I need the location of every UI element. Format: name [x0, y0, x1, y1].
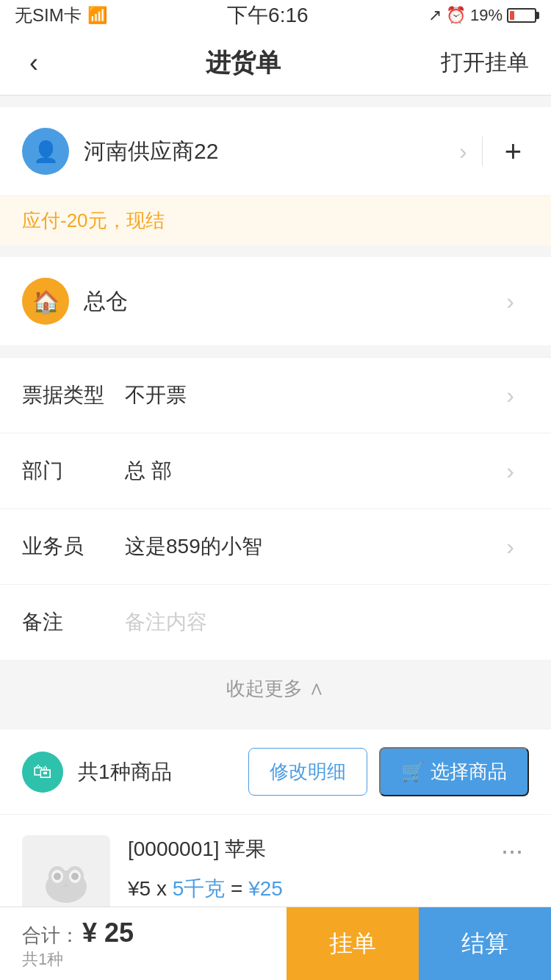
unit-price: ¥5: [128, 877, 151, 900]
collapse-bar[interactable]: 收起更多 ∧: [0, 660, 551, 718]
total-count: 共1种: [22, 948, 264, 970]
select-product-label: 选择商品: [431, 759, 507, 785]
checkout-button[interactable]: 结算: [419, 907, 551, 981]
house-icon: 🏠: [32, 289, 60, 314]
remark-row[interactable]: 备注 备注内容: [0, 584, 551, 660]
salesman-row[interactable]: 业务员 这是859的小智 ›: [0, 508, 551, 584]
cart-icon: 🛒: [401, 760, 425, 783]
status-left: 无SIM卡 📶: [15, 4, 107, 27]
nav-bar: ‹ 进货单 打开挂单: [0, 31, 551, 96]
page-title: 进货单: [206, 46, 281, 80]
product-price: ¥5 x 5千克 = ¥25: [128, 875, 495, 903]
battery-icon: [507, 8, 536, 23]
status-bar: 无SIM卡 📶 下午6:16 ↗ ⏰ 19%: [0, 0, 551, 31]
status-right: ↗ ⏰ 19%: [428, 6, 536, 25]
avatar-icon: 👤: [33, 140, 59, 164]
remark-label: 备注: [22, 608, 110, 636]
bag-icon: 🛍: [33, 760, 52, 783]
vertical-divider: [482, 137, 483, 166]
product-header: 🛍 共1种商品 修改明细 🛒 选择商品: [0, 729, 551, 814]
product-title: 苹果: [225, 837, 266, 860]
total-label: 合计：: [22, 923, 79, 948]
product-icon: 🛍: [22, 752, 63, 793]
product-name: [0000001] 苹果: [128, 835, 495, 863]
warehouse-name: 总仓: [84, 287, 506, 317]
checkout-label: 结算: [461, 928, 508, 960]
invoice-row[interactable]: 票据类型 不开票 ›: [0, 357, 551, 433]
alarm-icon: ⏰: [446, 6, 466, 25]
product-count: 共1种商品: [78, 758, 248, 786]
supplier-avatar: 👤: [22, 128, 69, 175]
department-label: 部门: [22, 457, 110, 485]
carrier-text: 无SIM卡: [15, 4, 82, 27]
location-icon: ↗: [428, 6, 442, 25]
salesman-value: 这是859的小智: [110, 533, 506, 561]
warehouse-row[interactable]: 🏠 总仓 ›: [0, 257, 551, 345]
product-info: [0000001] 苹果 ¥5 x 5千克 = ¥25: [128, 835, 495, 903]
battery-percent: 19%: [470, 6, 503, 25]
form-section: 票据类型 不开票 › 部门 总 部 › 业务员 这是859的小智 › 备注 备注…: [0, 357, 551, 660]
invoice-chevron-icon: ›: [506, 382, 514, 409]
notice-text: 应付-20元，现结: [22, 209, 165, 231]
supplier-row[interactable]: 👤 河南供应商22 › +: [0, 107, 551, 196]
equals-sign: =: [231, 877, 248, 900]
supplier-chevron-icon: ›: [459, 138, 467, 165]
status-time: 下午6:16: [227, 1, 309, 29]
open-hang-button[interactable]: 打开挂单: [441, 48, 529, 78]
modify-detail-button[interactable]: 修改明细: [248, 748, 367, 796]
total-section: 合计： ¥ 25 共1种: [0, 918, 287, 970]
collapse-label: 收起更多 ∧: [226, 677, 324, 699]
svg-point-6: [71, 873, 79, 880]
product-more-button[interactable]: ···: [495, 835, 529, 866]
owl-logo: [37, 850, 96, 909]
select-product-button[interactable]: 🛒 选择商品: [379, 747, 529, 796]
supplier-section: 👤 河南供应商22 › + 应付-20元，现结: [0, 107, 551, 245]
subtotal: ¥25: [248, 877, 283, 900]
department-chevron-icon: ›: [506, 458, 514, 485]
total-amount: ¥ 25: [82, 918, 134, 948]
invoice-value: 不开票: [110, 381, 506, 409]
warehouse-chevron-icon: ›: [506, 288, 514, 315]
salesman-chevron-icon: ›: [506, 533, 514, 561]
hang-label: 挂单: [329, 928, 376, 960]
svg-point-5: [54, 873, 61, 880]
department-value: 总 部: [110, 457, 506, 485]
notice-bar: 应付-20元，现结: [0, 196, 551, 245]
salesman-label: 业务员: [22, 533, 110, 561]
supplier-name: 河南供应商22: [84, 137, 459, 167]
bottom-bar: 合计： ¥ 25 共1种 挂单 结算: [0, 907, 551, 980]
product-id: [0000001]: [128, 837, 220, 860]
department-row[interactable]: 部门 总 部 ›: [0, 433, 551, 508]
warehouse-section: 🏠 总仓 ›: [0, 257, 551, 345]
hang-button[interactable]: 挂单: [287, 907, 419, 981]
quantity: 5千克: [173, 877, 226, 900]
warehouse-icon: 🏠: [22, 278, 69, 325]
back-button[interactable]: ‹: [22, 40, 46, 86]
battery-fill: [510, 11, 514, 20]
invoice-label: 票据类型: [22, 381, 110, 409]
remark-placeholder: 备注内容: [110, 608, 529, 636]
multiply-sign: x: [156, 877, 173, 900]
add-supplier-button[interactable]: +: [497, 135, 529, 168]
wifi-icon: 📶: [87, 6, 107, 25]
